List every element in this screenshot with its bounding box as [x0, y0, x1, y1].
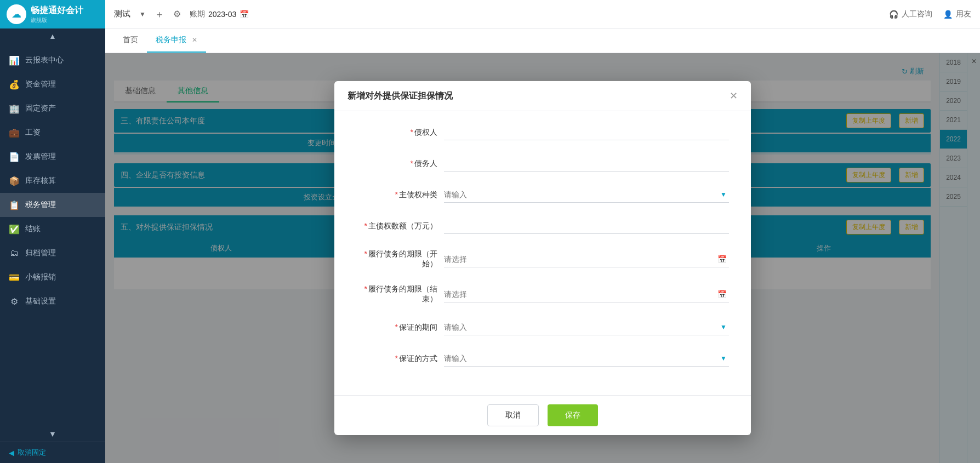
fund-label: 资金管理 [25, 79, 56, 89]
tab-close-icon[interactable]: ✕ [192, 36, 197, 44]
service-button[interactable]: 🎧 人工咨询 [889, 9, 932, 19]
basic-settings-label: 基础设置 [25, 296, 56, 306]
sidebar-logo: ☁ 畅捷通好会计 旗舰版 [0, 0, 105, 28]
payroll-label: 工资 [25, 128, 41, 138]
required-star-7: * [395, 323, 398, 331]
period-end-label: *履行债务的期限（结束） [356, 284, 444, 304]
debt-amount-input[interactable] [444, 218, 729, 234]
guarantee-period-input[interactable] [444, 319, 718, 335]
debt-type-select-wrap: ▼ [444, 187, 729, 203]
field-guarantee-method: *保证的方式 ▼ [356, 351, 729, 367]
debt-type-chevron-icon[interactable]: ▼ [718, 191, 729, 198]
field-debt-type: *主债权种类 ▼ [356, 187, 729, 203]
fixed-assets-label: 固定资产 [25, 104, 56, 113]
guarantee-period-label: *保证的期间 [356, 323, 444, 333]
logo-text-wrap: 畅捷通好会计 旗舰版 [31, 5, 83, 24]
guarantee-period-chevron-icon[interactable]: ▼ [718, 323, 729, 331]
sidebar-scroll-down[interactable]: ▼ [0, 426, 105, 442]
guarantee-method-input[interactable] [444, 351, 718, 366]
calendar-start-icon[interactable]: 📅 [715, 255, 729, 264]
modal-dialog: 新增对外提供保证担保情况 ✕ *债权人 [334, 81, 751, 435]
modal-body: *债权人 *债务人 [334, 111, 751, 395]
gear-icon[interactable]: ⚙ [173, 9, 181, 19]
sidebar-item-payroll[interactable]: 💼 工资 [0, 121, 105, 145]
content-tabs: 首页 税务申报 ✕ [105, 28, 980, 53]
calendar-end-icon[interactable]: 📅 [715, 290, 729, 299]
logo-icon: ☁ [7, 4, 26, 24]
modal-overlay: 新增对外提供保证担保情况 ✕ *债权人 [105, 53, 980, 463]
field-guarantee-period: *保证的期间 ▼ [356, 319, 729, 335]
sidebar-cancel-pin[interactable]: ◀ 取消固定 [0, 442, 105, 463]
tax-label: 税务管理 [25, 200, 56, 210]
required-star-6: * [364, 284, 367, 293]
sidebar-item-archive[interactable]: 🗂 归档管理 [0, 241, 105, 265]
tab-home[interactable]: 首页 [114, 28, 147, 53]
checkout-icon: ✅ [9, 224, 20, 235]
cancel-pin-label: 取消固定 [18, 448, 46, 458]
required-star-2: * [411, 159, 413, 168]
debt-type-label: *主债权种类 [356, 190, 444, 200]
main-area: 测试 ▼ ＋ ⚙ 账期 2023-03 📅 🎧 人工咨询 👤 用友 [105, 0, 980, 463]
checkout-label: 结账 [25, 224, 41, 234]
sidebar-item-fund-mgmt[interactable]: 💰 资金管理 [0, 72, 105, 96]
cancel-button[interactable]: 取消 [487, 404, 539, 426]
creditor-input[interactable] [444, 124, 729, 140]
sidebar-item-checkout[interactable]: ✅ 结账 [0, 217, 105, 241]
sidebar-item-cloud-reports[interactable]: 📊 云报表中心 [0, 48, 105, 72]
user-label: 用友 [956, 9, 971, 19]
guarantee-method-chevron-icon[interactable]: ▼ [718, 355, 729, 362]
sidebar-item-basic-settings[interactable]: ⚙ 基础设置 [0, 289, 105, 313]
field-debtor: *债务人 [356, 156, 729, 172]
period-end-input[interactable] [444, 287, 715, 302]
xiaochang-label: 小畅报销 [25, 272, 56, 282]
field-period-end: *履行债务的期限（结束） 📅 [356, 284, 729, 304]
required-star-5: * [364, 249, 367, 258]
page-content: ↻ 刷新 基础信息 其他信息 三、有限责任公司本年度 [105, 53, 980, 463]
modal-title: 新增对外提供保证担保情况 [347, 90, 453, 102]
debtor-input[interactable] [444, 156, 729, 172]
topbar: 测试 ▼ ＋ ⚙ 账期 2023-03 📅 🎧 人工咨询 👤 用友 [105, 0, 980, 28]
required-star-8: * [395, 354, 398, 363]
sidebar-item-fixed-assets[interactable]: 🏢 固定资产 [0, 96, 105, 121]
sidebar-item-inventory[interactable]: 📦 库存核算 [0, 169, 105, 193]
field-creditor: *债权人 [356, 124, 729, 140]
period-start-date-wrap: 📅 [444, 251, 729, 267]
inventory-icon: 📦 [9, 175, 20, 186]
debt-type-input[interactable] [444, 187, 718, 202]
logo-sub-text: 旗舰版 [31, 16, 83, 24]
calendar-icon[interactable]: 📅 [240, 10, 249, 19]
guarantee-method-label: *保证的方式 [356, 354, 444, 364]
debtor-input-wrap [444, 156, 729, 172]
debt-amount-label: *主债权数额（万元） [356, 221, 444, 231]
fund-icon: 💰 [9, 79, 20, 90]
inventory-label: 库存核算 [25, 176, 56, 186]
cloud-reports-icon: 📊 [9, 55, 20, 66]
archive-label: 归档管理 [25, 248, 56, 258]
save-button[interactable]: 保存 [548, 404, 598, 426]
tab-tax-report[interactable]: 税务申报 ✕ [147, 28, 206, 53]
creditor-input-wrap [444, 124, 729, 140]
period-start-input[interactable] [444, 251, 715, 267]
required-star-3: * [395, 190, 398, 199]
sidebar-scroll-up[interactable]: ▲ [0, 28, 105, 44]
required-star-4: * [364, 221, 367, 230]
sidebar-item-xiaochang[interactable]: 💳 小畅报销 [0, 265, 105, 289]
sidebar-item-invoice[interactable]: 📄 发票管理 [0, 145, 105, 169]
modal-close-button[interactable]: ✕ [730, 90, 738, 102]
basic-settings-icon: ⚙ [9, 296, 20, 307]
user-icon: 👤 [943, 10, 953, 19]
headset-icon: 🎧 [889, 10, 898, 19]
company-chevron-icon[interactable]: ▼ [139, 10, 146, 18]
debtor-label: *债务人 [356, 159, 444, 169]
xiaochang-icon: 💳 [9, 272, 20, 283]
sidebar: ☁ 畅捷通好会计 旗舰版 ▲ 📊 云报表中心 💰 资金管理 🏢 固定资产 💼 [0, 0, 105, 463]
payroll-icon: 💼 [9, 127, 20, 138]
user-button[interactable]: 👤 用友 [943, 9, 971, 19]
debt-amount-input-wrap [444, 218, 729, 234]
guarantee-method-select-wrap: ▼ [444, 351, 729, 367]
invoice-label: 发票管理 [25, 152, 56, 162]
sidebar-item-tax-mgmt[interactable]: 📋 税务管理 [0, 193, 105, 217]
pin-icon: ◀ [9, 449, 14, 457]
modal-header: 新增对外提供保证担保情况 ✕ [334, 81, 751, 111]
add-icon[interactable]: ＋ [155, 8, 164, 21]
